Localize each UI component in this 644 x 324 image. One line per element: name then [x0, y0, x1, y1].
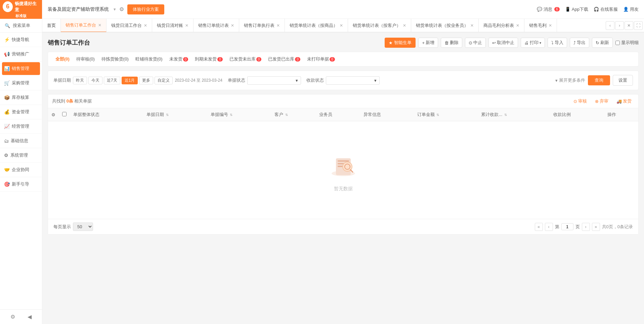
- sub-tab-expired-not-shipped[interactable]: 到期未发货0: [191, 55, 226, 64]
- sidebar-item-quick-nav[interactable]: ⚡ 快捷导航: [0, 33, 42, 47]
- tab-prev-btn[interactable]: ‹: [606, 21, 614, 30]
- date-btn-today[interactable]: 今天: [88, 77, 102, 84]
- table-scroll-container[interactable]: ⚙ 单据整体状态 单据日期 ⇅: [48, 108, 638, 219]
- sidebar-item-operation[interactable]: 📈 经营管理: [0, 119, 42, 134]
- sub-tab-not-shipped[interactable]: 未发货0: [166, 55, 192, 64]
- approve-btn[interactable]: ⊙ 审核: [571, 97, 590, 105]
- import-btn[interactable]: ⤵ 导入: [548, 38, 567, 48]
- sidebar-item-marketing[interactable]: 📢 营销推广: [0, 47, 42, 62]
- th-date[interactable]: 单据日期 ⇅: [143, 108, 207, 121]
- sidebar-item-finance[interactable]: 💰 资金管理: [0, 105, 42, 119]
- tab-close-icon[interactable]: ✕: [98, 23, 101, 28]
- gear-icon[interactable]: ⚙: [119, 6, 124, 12]
- tab-sales-profit[interactable]: 销售毛利 ✕: [524, 19, 557, 32]
- tab-cash-reconcile[interactable]: 钱货日清对账 ✕: [152, 19, 194, 32]
- expand-conditions-btn[interactable]: ▾ 展开更多条件: [555, 77, 585, 83]
- stop-btn[interactable]: ⊙ 中止: [465, 38, 486, 48]
- settings-icon[interactable]: ⚙: [10, 314, 15, 320]
- th-number[interactable]: 单据编号 ⇅: [207, 108, 271, 121]
- next-page-btn[interactable]: ›: [582, 223, 590, 231]
- tab-close-icon[interactable]: ✕: [276, 23, 280, 28]
- date-btn-more[interactable]: 更多: [139, 77, 153, 84]
- tab-close-icon[interactable]: ✕: [185, 23, 188, 28]
- sub-tab-pending-check[interactable]: 待拣货验货(0): [98, 55, 132, 64]
- sidebar-item-system[interactable]: ⚙ 系统管理: [0, 148, 42, 163]
- payment-select[interactable]: ▾: [326, 76, 380, 85]
- th-amount[interactable]: 订单金额 ⇅: [414, 108, 478, 121]
- discard-btn[interactable]: ⊗ 弃审: [592, 97, 611, 105]
- sidebar-item-guide[interactable]: 🎯 新手引导: [0, 177, 42, 192]
- tab-cash-daily[interactable]: 钱货日清工作台 ✕: [106, 19, 152, 32]
- th-settings[interactable]: ⚙: [48, 108, 59, 121]
- ship-btn[interactable]: 🚚 发货: [614, 97, 634, 105]
- sub-tab-shipped-out[interactable]: 已发货已出库0: [265, 55, 304, 64]
- tab-product-margin[interactable]: 商品毛利分析表 ✕: [479, 19, 524, 32]
- last-page-btn[interactable]: »: [592, 223, 600, 231]
- prev-page-btn[interactable]: ‹: [545, 223, 553, 231]
- sub-tab-wangpu-pending[interactable]: 旺铺待发货(0): [132, 55, 166, 64]
- sidebar-item-sales[interactable]: 📊 销售管理: [2, 62, 40, 75]
- tab-close-all-btn[interactable]: ✕: [625, 21, 633, 30]
- message-btn[interactable]: 💬 消息 6: [537, 6, 560, 12]
- sub-tab-all[interactable]: 全部(0): [52, 55, 73, 64]
- table-toolbar: 共找到 0条 相关单据 ⊙ 审核 ⊗ 弃审 🚚 发货: [48, 94, 638, 108]
- tab-maximize-btn[interactable]: ⛶: [634, 21, 643, 30]
- sidebar-item-basic[interactable]: 🗂 基础信息: [0, 134, 42, 148]
- tab-close-icon[interactable]: ✕: [144, 23, 147, 28]
- cancel-stop-btn[interactable]: ↩ 取消中止: [488, 38, 518, 48]
- show-detail-checkbox[interactable]: 显示明细: [615, 40, 639, 46]
- date-btn-custom[interactable]: 自定义: [155, 77, 173, 84]
- smart-btn[interactable]: ★ 智能生单: [385, 38, 416, 48]
- status-label: 单据状态: [228, 77, 245, 83]
- sidebar-search[interactable]: 🔍 搜索菜单: [0, 19, 42, 33]
- date-btn-1month[interactable]: 近1月: [122, 77, 138, 84]
- sidebar-item-inventory[interactable]: 📦 库存核算: [0, 90, 42, 105]
- delete-btn[interactable]: 🗑 删除: [441, 38, 462, 48]
- refresh-btn[interactable]: ↻ 刷新: [592, 38, 613, 48]
- tab-close-icon[interactable]: ✕: [231, 23, 234, 28]
- tab-sales-order-workbench[interactable]: 销售订单工作台 ✕: [61, 19, 106, 32]
- tab-close-icon[interactable]: ✕: [549, 23, 552, 28]
- first-page-btn[interactable]: «: [535, 223, 543, 231]
- collapse-icon[interactable]: ◀: [28, 314, 32, 320]
- user-avatar[interactable]: 👤 用友: [623, 6, 639, 12]
- th-received[interactable]: 累计收款... ⇅: [478, 108, 550, 121]
- sidebar-item-enterprise[interactable]: 🤝 企业协同: [0, 163, 42, 177]
- show-detail-input[interactable]: [615, 41, 620, 45]
- date-btn-yesterday[interactable]: 昨天: [73, 77, 87, 84]
- tab-sales-stats-customer[interactable]: 销货单统计表（按客户） ✕: [348, 19, 411, 32]
- cancel-stop-icon: ↩: [492, 40, 496, 45]
- tab-home[interactable]: 首页: [42, 19, 61, 32]
- th-customer[interactable]: 客户 ⇅: [271, 108, 316, 121]
- tab-close-icon[interactable]: ✕: [340, 23, 343, 28]
- th-checkbox[interactable]: [59, 108, 70, 121]
- payment-label: 收款状态: [306, 77, 324, 83]
- select-all-checkbox[interactable]: [62, 112, 67, 116]
- page-size-dropdown[interactable]: 50 100 200: [73, 222, 93, 231]
- tab-next-btn[interactable]: ›: [615, 21, 624, 30]
- page-title: 销售订单工作台: [48, 39, 90, 47]
- sub-tab-shipped-not-in[interactable]: 已发货未出库0: [226, 55, 265, 64]
- query-btn[interactable]: 查询: [588, 75, 610, 85]
- trial-btn[interactable]: 体验行业方案: [127, 4, 164, 14]
- tab-sales-order-stats[interactable]: 销售订单统计表 ✕: [194, 19, 239, 32]
- table-info: 共找到 0条 相关单据: [52, 98, 92, 104]
- online-service-btn[interactable]: 🎧 在线客服: [594, 6, 618, 12]
- sidebar-item-purchase[interactable]: 🛒 采购管理: [0, 76, 42, 90]
- set-btn[interactable]: 设置: [613, 75, 633, 86]
- tab-close-icon[interactable]: ✕: [403, 23, 406, 28]
- tab-close-icon[interactable]: ✕: [470, 23, 474, 28]
- tab-sales-stats-staff[interactable]: 销货单统计表（按业务员） ✕: [411, 19, 479, 32]
- tab-sales-order-exec[interactable]: 销售订单执行表 ✕: [239, 19, 285, 32]
- add-btn[interactable]: + 新增: [418, 38, 438, 48]
- app-download-btn[interactable]: 📱 App下载: [565, 6, 588, 12]
- sub-tab-not-printed[interactable]: 未打印单据0: [304, 55, 338, 64]
- tab-close-icon[interactable]: ✕: [516, 23, 519, 28]
- date-btn-7days[interactable]: 近7天: [104, 77, 120, 84]
- page-input[interactable]: [561, 223, 573, 230]
- status-select[interactable]: ▾: [247, 76, 301, 85]
- tab-sales-stats-product[interactable]: 销货单统计表（按商品） ✕: [285, 19, 348, 32]
- sub-tab-pending-review[interactable]: 待审核(0): [73, 55, 98, 64]
- export-btn[interactable]: ⤴ 导出: [570, 38, 589, 48]
- print-btn[interactable]: 🖨 打印 ▾: [521, 38, 545, 48]
